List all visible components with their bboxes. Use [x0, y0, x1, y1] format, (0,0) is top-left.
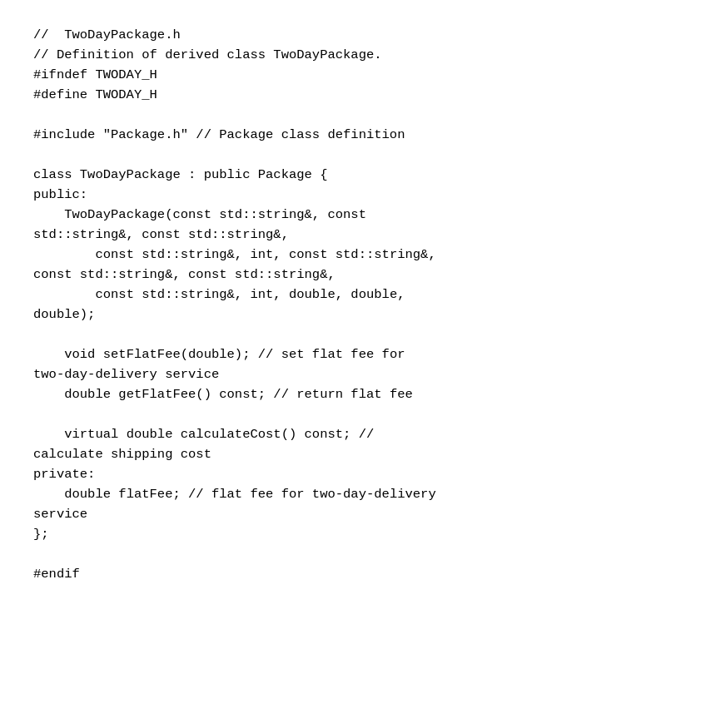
code-container: // TwoDayPackage.h // Definition of deri… — [0, 0, 706, 728]
code-content: // TwoDayPackage.h // Definition of deri… — [33, 25, 673, 584]
